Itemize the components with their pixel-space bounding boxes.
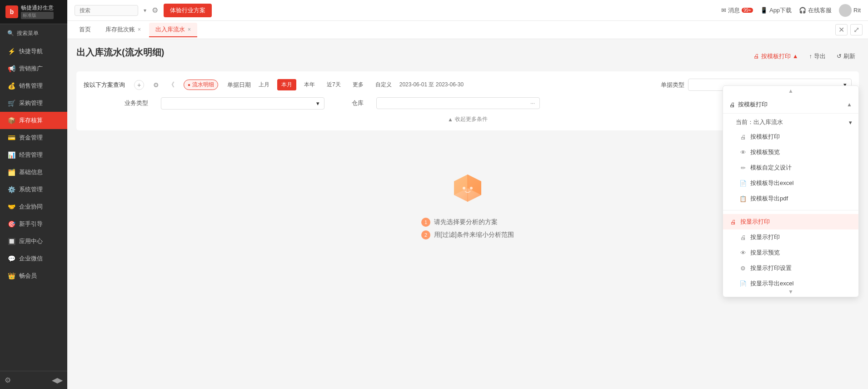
dropdown-item-template-excel[interactable]: 📄 按模板导出excel	[723, 175, 858, 191]
refresh-label: 刷新	[843, 52, 855, 60]
print-header-icon: 🖨	[729, 101, 735, 108]
dropdown-item-display-excel[interactable]: 📄 按显示导出excel	[723, 276, 858, 287]
date-btn-last-month[interactable]: 上月	[254, 79, 274, 90]
avatar-image	[839, 4, 852, 17]
inventory-icon: 📦	[7, 116, 15, 125]
template-pdf-item-label: 按模板导出pdf	[750, 194, 788, 203]
filter-tag[interactable]: ● 流水明细	[184, 80, 218, 90]
step-1-text: 请先选择要分析的方案	[434, 218, 498, 226]
sidebar-item-marketing[interactable]: 📢 营销推广	[0, 60, 67, 77]
dropdown-item-template-pdf[interactable]: 📋 按模板导出pdf	[723, 191, 858, 206]
collapse-button[interactable]: ▲ 收起更多条件	[448, 115, 488, 123]
sidebar-item-label: 营销推广	[19, 65, 43, 73]
filter-gear-icon[interactable]: ⚙	[153, 81, 159, 89]
message-label: 消息	[728, 6, 740, 15]
page-title: 出入库流水(流水明细)	[76, 46, 164, 59]
date-btn-7days[interactable]: 近7天	[323, 79, 345, 90]
filter-collapse-icon[interactable]: 《	[168, 81, 175, 89]
refresh-button[interactable]: ↺ 刷新	[833, 50, 859, 62]
template-custom-item-icon: ✏	[739, 164, 747, 171]
topbar-gear-icon[interactable]: ⚙	[152, 6, 158, 15]
warehouse-label: 仓库	[352, 99, 364, 107]
tab-batch-account-label: 库存批次账	[105, 25, 135, 34]
tab-batch-account-close[interactable]: ×	[138, 26, 141, 33]
topbar-dropdown-arrow[interactable]: ▾	[144, 7, 146, 14]
business-type-select[interactable]: ▾	[161, 97, 324, 110]
business-type-label: 业务类型	[125, 99, 148, 107]
sidebar-item-newbie[interactable]: 🎯 新手引导	[0, 215, 67, 233]
warehouse-select[interactable]: ···	[376, 97, 540, 109]
template-print-button[interactable]: 🖨 按模板打印 ▲	[750, 50, 802, 62]
dropdown-item-display-print[interactable]: 🖨 按显示打印	[723, 229, 858, 245]
trial-button[interactable]: 体验行业方案	[164, 4, 212, 17]
app-download-button[interactable]: 📱 App下载	[760, 6, 792, 15]
tab-flow-close[interactable]: ×	[188, 26, 191, 33]
sidebar-item-wechat[interactable]: 💬 企业微信	[0, 250, 67, 267]
display-print-settings-item-label: 按显示打印设置	[750, 264, 792, 272]
main-content: ▾ ⚙ 体验行业方案 ✉ 消息 99+ 📱 App下载 🎧 在线客服 Rit	[67, 0, 868, 389]
online-service-button[interactable]: 🎧 在线客服	[799, 6, 832, 15]
display-preview-item-label: 按显示预览	[750, 249, 780, 257]
sidebar-item-finance[interactable]: 💳 资金管理	[0, 129, 67, 146]
empty-step-2: 2 用[过滤]条件来缩小分析范围	[421, 230, 514, 239]
dropdown-item-template-preview[interactable]: 👁 按模板预览	[723, 145, 858, 160]
service-icon: 🎧	[799, 7, 806, 14]
date-btn-current-month[interactable]: 本月	[277, 79, 296, 90]
online-service-label: 在线客服	[808, 6, 832, 15]
sidebar-item-operations[interactable]: 📊 经营管理	[0, 146, 67, 164]
sidebar-item-vip[interactable]: 👑 畅会员	[0, 267, 67, 284]
date-range: 2023-06-01 至 2023-06-30	[399, 81, 464, 89]
dropdown-item-template-print[interactable]: 🖨 按模板打印	[723, 129, 858, 145]
scroll-down-button[interactable]: ▼	[723, 287, 858, 297]
sidebar-item-enterprise[interactable]: 🤝 企业协同	[0, 198, 67, 215]
sidebar-item-sales[interactable]: 💰 销售管理	[0, 77, 67, 95]
sidebar-item-purchase[interactable]: 🛒 采购管理	[0, 95, 67, 112]
print-dropdown-panel: ▲ 🖨 按模板打印 ▲ 当前：出入库流水 ▾	[723, 85, 859, 297]
template-preview-item-label: 按模板预览	[750, 148, 780, 156]
tab-home[interactable]: 首页	[73, 23, 97, 37]
sidebar-item-label: 企业微信	[19, 254, 43, 263]
tab-batch-account[interactable]: 库存批次账 ×	[99, 23, 147, 37]
filter-add-button[interactable]: +	[134, 80, 144, 90]
sidebar-item-label: 新手引导	[19, 220, 43, 228]
app-logo: b 畅捷通好生意 标准版	[0, 0, 67, 24]
user-avatar[interactable]: Rit	[839, 4, 861, 17]
tab-expand-button[interactable]: ⤢	[850, 24, 863, 35]
sidebar-search-button[interactable]: 🔍 搜索菜单	[5, 28, 63, 39]
tab-close-all-button[interactable]: ✕	[835, 24, 848, 35]
sidebar-item-basics[interactable]: 🗂️ 基础信息	[0, 164, 67, 181]
dropdown-item-template-custom[interactable]: ✏ 模板自定义设计	[723, 160, 858, 175]
date-btn-current-year[interactable]: 本年	[300, 79, 319, 90]
sidebar-item-system[interactable]: ⚙️ 系统管理	[0, 181, 67, 198]
sidebar-item-app-center[interactable]: 🔲 应用中心	[0, 233, 67, 250]
scroll-up-button[interactable]: ▲	[723, 86, 858, 96]
sidebar-item-quick-nav[interactable]: ⚡ 快捷导航	[0, 43, 67, 60]
dropdown-item-display-print-settings[interactable]: ⚙ 按显示打印设置	[723, 260, 858, 276]
date-btn-custom[interactable]: 自定义	[371, 79, 396, 90]
export-label: 导出	[814, 52, 826, 60]
dropdown-item-display-preview[interactable]: 👁 按显示预览	[723, 245, 858, 260]
settings-icon[interactable]: ⚙	[5, 376, 11, 384]
finance-icon: 💳	[7, 134, 15, 142]
basics-icon: 🗂️	[7, 168, 15, 176]
display-print-section-icon: 🖨	[729, 218, 737, 225]
search-icon: 🔍	[7, 30, 14, 36]
filter-tag-dot: ●	[188, 82, 190, 87]
topbar-search-input[interactable]	[75, 5, 138, 16]
dropdown-section-1: 当前：出入库流水 ▾ 🖨 按模板打印 👁 按模板预览 ✏ 模板自定义	[723, 114, 858, 208]
date-btn-more[interactable]: 更多	[349, 79, 368, 90]
dropdown-close-arrow[interactable]: ▲	[847, 101, 852, 108]
display-excel-item-label: 按显示导出excel	[750, 279, 793, 287]
message-button[interactable]: ✉ 消息 99+	[721, 6, 753, 15]
dropdown-title-text: 按模板打印	[738, 100, 768, 109]
display-print-item-icon: 🖨	[739, 234, 747, 241]
chevron-up-icon: ▲	[793, 53, 798, 60]
export-button[interactable]: ↑ 导出	[806, 50, 830, 62]
app-download-icon: 📱	[760, 7, 768, 14]
sidebar-item-inventory[interactable]: 📦 库存核算	[0, 112, 67, 129]
tab-flow[interactable]: 出入库流水 ×	[149, 23, 197, 37]
dropdown-section-2-title[interactable]: 🖨 按显示打印	[723, 214, 858, 229]
warehouse-more-button[interactable]: ···	[530, 100, 535, 106]
sidebar-item-label: 企业协同	[19, 203, 43, 211]
collapse-icon[interactable]: ◀▶	[52, 376, 63, 384]
